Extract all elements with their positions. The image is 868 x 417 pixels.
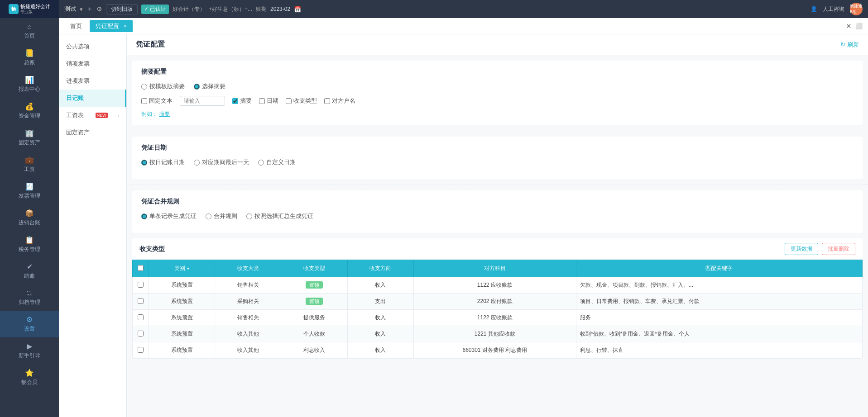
tab-close-icon[interactable]: × [124,23,127,29]
voucher-date-radio-journal-date[interactable]: 按日记账日期 [141,158,185,166]
home-icon: ⌂ [27,23,32,31]
sub-nav-item-public[interactable]: 公共选项 [59,38,126,55]
fixed-text-input[interactable] [180,96,225,106]
sidebar-item-guide[interactable]: ▶新手引导 [0,337,59,364]
sidebar-label-tax: 税务管理 [19,246,40,253]
summary-section-title: 摘要配置 [141,68,854,76]
sidebar-item-member[interactable]: ⭐畅会员 [0,364,59,391]
sidebar-label-settlement: 结账 [24,272,35,280]
vd-radio-input-period-last[interactable] [194,160,200,166]
sub-nav-item-fixed-asset[interactable]: 固定资产 [59,124,126,141]
period-label: 账期 [256,5,267,13]
top-bar-right: 👤 人工咨询 畅捷通B组... [810,3,863,15]
voucher-date-radio-custom[interactable]: 自定义日期 [258,158,296,166]
tax-icon: 📋 [25,236,34,244]
sidebar-item-invoice-mgmt[interactable]: 🧾发票管理 [0,178,59,204]
sidebar-item-settlement[interactable]: ✔结账 [0,258,59,284]
voucher-date-title: 凭证日期 [141,144,854,152]
sub-nav: 公共选项销项发票进项发票日记账工资表NEW›固定资产 [59,34,127,417]
add-icon[interactable]: ＋ [86,5,93,13]
close-window-icon[interactable]: ✕ [846,22,852,30]
main-layout: 首页 凭证配置 × ✕ ⬜ 公共选项销项发票进项发票日记账工资表NEW›固定资产… [59,18,868,417]
settings-icon[interactable]: ⚙ [96,5,102,13]
logo-text: 畅捷通好会计 专业版 [20,3,50,15]
maximize-icon[interactable]: ⬜ [855,23,863,29]
help-label[interactable]: 人工咨询 [823,5,844,13]
sub-nav-item-journal[interactable]: 日记账 [59,90,126,107]
row-checkbox-3[interactable] [138,331,144,336]
sidebar-item-home[interactable]: ⌂首页 [0,18,59,44]
summary-checkbox-input-type[interactable] [286,98,292,104]
mr-radio-input-merge[interactable] [206,213,211,219]
chevron-icon: › [118,113,119,118]
chevron-down-icon[interactable]: ▾ [80,6,83,13]
vd-radio-label-period-last: 对应期间最后一天 [202,158,249,166]
row-account-2: 1122 应收账款 [413,310,576,326]
merge-radio-single[interactable]: 单条记录生成凭证 [141,212,197,220]
row-keywords-4: 利息、行转、抹直 [576,342,862,359]
merge-radio-merge[interactable]: 合并规则 [206,212,237,220]
row-direction-4: 收入 [347,342,413,359]
sidebar-item-salary[interactable]: 💼工资 [0,151,59,178]
salary-icon: 💼 [25,156,34,164]
sidebar-item-tax[interactable]: 📋税务管理 [0,231,59,258]
sub-nav-item-sales-invoice[interactable]: 销项发票 [59,55,126,72]
sub-nav-label-fixed-asset: 固定资产 [66,128,90,137]
row-checkbox-4[interactable] [138,347,144,353]
row-checkbox-2[interactable] [138,314,144,320]
sidebar-item-settings[interactable]: ⚙设置 [0,311,59,337]
mr-radio-input-single[interactable] [141,213,147,219]
row-keywords-1: 项目、日常费用、报销款、车费、承兑汇票、付款 [576,294,862,310]
row-checkbox-0[interactable] [138,282,144,288]
sidebar-label-member: 畅会员 [21,379,38,386]
vd-radio-input-journal-date[interactable] [141,160,147,166]
summary-checkbox-summary[interactable]: 摘要 [232,97,252,105]
period-value: 2023-02 [270,6,290,12]
table-col-2: 收支类型 [281,260,347,277]
sidebar-label-guide: 新手引导 [19,352,40,360]
vd-radio-input-custom[interactable] [258,160,264,166]
mr-radio-input-select-total[interactable] [246,213,252,219]
sidebar-item-purchase-sales[interactable]: 📦进销台账 [0,204,59,231]
sidebar-item-archive[interactable]: 🗂归档管理 [0,284,59,311]
summary-checkbox-label-summary: 摘要 [240,97,252,105]
switch-old-btn[interactable]: 切到旧版 [106,4,138,14]
refresh-button[interactable]: ↻ 刷新 [840,41,859,49]
update-data-btn[interactable]: 更新数据 [785,243,818,255]
fixed-text-checkbox[interactable] [141,98,147,104]
summary-checkbox-type[interactable]: 收支类型 [286,97,317,105]
calendar-icon[interactable]: 📅 [294,6,301,13]
summary-radio-select[interactable]: 选择摘要 [194,82,225,90]
sidebar-item-funds[interactable]: 💰资金管理 [0,98,59,124]
summary-checkbox-input-date[interactable] [259,98,265,104]
sub-nav-item-payroll[interactable]: 工资表NEW› [59,107,126,124]
batch-delete-btn[interactable]: 批量删除 [822,243,855,255]
summary-checkbox-label-counterpart: 对方户名 [332,97,355,105]
summary-checkbox-counterpart[interactable]: 对方户名 [324,97,355,105]
summary-radio-input-template[interactable] [141,84,147,90]
voucher-date-radio-period-last[interactable]: 对应期间最后一天 [194,158,249,166]
sidebar-item-reports[interactable]: 📊报表中心 [0,71,59,98]
row-category-0: 系统预置 [149,277,215,294]
tab-home[interactable]: 首页 [64,20,88,32]
new-badge: NEW [96,113,108,118]
refresh-icon: ↻ [840,41,845,48]
summary-checkbox-input-summary[interactable] [232,98,238,104]
sidebar-item-fixed-assets[interactable]: 🏢固定资产 [0,124,59,151]
tab-voucher-config[interactable]: 凭证配置 × [90,20,133,32]
sub-nav-label-public: 公共选项 [66,43,90,51]
table-select-all[interactable] [138,265,144,271]
merge-radio-select-total[interactable]: 按照选择汇总生成凭证 [246,212,313,220]
member-icon: ⭐ [25,369,34,377]
merge-rules-radio-group: 单条记录生成凭证合并规则按照选择汇总生成凭证 [141,212,854,220]
summary-checkbox-input-counterpart[interactable] [324,98,330,104]
fixed-text-checkbox-item[interactable]: 固定文本 [141,97,173,105]
summary-radio-input-select[interactable] [194,84,200,90]
sidebar-item-ledger[interactable]: 📒总账 [0,44,59,71]
row-checkbox-1[interactable] [138,298,144,304]
sub-nav-item-purchase-invoice[interactable]: 进项发票 [59,72,126,90]
summary-checkbox-date[interactable]: 日期 [259,97,278,105]
summary-radio-template[interactable]: 按模板版摘要 [141,82,185,90]
certified-tag: ✓ 已认证 [141,5,169,14]
reports-icon: 📊 [25,76,34,84]
